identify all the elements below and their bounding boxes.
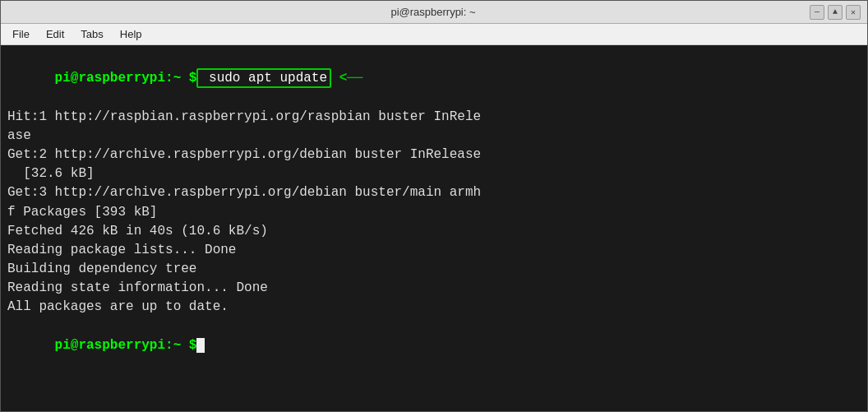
output-line-8: Reading package lists... Done bbox=[7, 241, 861, 260]
arrow-indicator: <── bbox=[331, 71, 362, 86]
output-line-1: Hit:1 http://raspbian.raspberrypi.org/ra… bbox=[7, 108, 861, 127]
output-line-2: ase bbox=[7, 127, 861, 146]
output-line-10: Reading state information... Done bbox=[7, 279, 861, 298]
minimize-button[interactable]: — bbox=[810, 5, 824, 20]
window-controls: — ▲ ✕ bbox=[810, 5, 861, 20]
final-prompt-line: pi@raspberrypi:~ $ bbox=[7, 317, 861, 375]
menu-bar: File Edit Tabs Help bbox=[1, 24, 867, 45]
command-box: sudo apt update bbox=[196, 68, 331, 88]
command-line: pi@raspberrypi:~ $ sudo apt update <── bbox=[7, 50, 861, 108]
maximize-button[interactable]: ▲ bbox=[828, 5, 843, 20]
output-line-7: Fetched 426 kB in 40s (10.6 kB/s) bbox=[7, 222, 861, 241]
output-line-3: Get:2 http://archive.raspberrypi.org/deb… bbox=[7, 146, 861, 164]
menu-edit[interactable]: Edit bbox=[38, 26, 72, 42]
command-highlight: sudo apt update bbox=[196, 68, 331, 88]
cursor bbox=[196, 338, 205, 353]
prompt-2: pi@raspberrypi:~ $ bbox=[55, 338, 197, 353]
output-line-9: Building dependency tree bbox=[7, 260, 861, 279]
prompt-1: pi@raspberrypi:~ $ bbox=[55, 71, 197, 86]
close-button[interactable]: ✕ bbox=[846, 5, 861, 20]
output-line-6: f Packages [393 kB] bbox=[7, 203, 861, 222]
menu-tabs[interactable]: Tabs bbox=[72, 26, 111, 42]
title-bar: pi@raspberrypi: ~ — ▲ ✕ bbox=[1, 1, 867, 24]
menu-help[interactable]: Help bbox=[112, 26, 150, 42]
terminal-body[interactable]: pi@raspberrypi:~ $ sudo apt update <── H… bbox=[1, 45, 867, 411]
window-title: pi@raspberrypi: ~ bbox=[57, 6, 810, 18]
output-line-4: [32.6 kB] bbox=[7, 164, 861, 183]
terminal-window: pi@raspberrypi: ~ — ▲ ✕ File Edit Tabs H… bbox=[0, 0, 868, 412]
menu-file[interactable]: File bbox=[4, 26, 38, 42]
output-line-11: All packages are up to date. bbox=[7, 298, 861, 317]
output-line-5: Get:3 http://archive.raspberrypi.org/deb… bbox=[7, 183, 861, 202]
